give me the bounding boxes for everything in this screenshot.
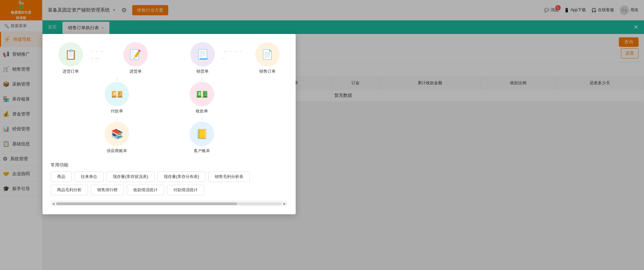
receipt-bill-label: 收款单	[196, 108, 208, 114]
down-arrow-receipt: ↓	[201, 76, 203, 82]
supplier-ledger-icon: 📚	[105, 122, 129, 146]
scroll-right-arrow[interactable]: ▶	[283, 202, 286, 205]
flow-customer-ledger[interactable]: 📒 客户账本	[181, 122, 222, 154]
purchase-order-label: 进货订单	[63, 69, 79, 74]
scroll-track[interactable]	[56, 202, 282, 205]
left-arrow-1: ←- - - -	[223, 48, 247, 62]
flow-payment-bill[interactable]: 💴 付款单	[97, 82, 137, 114]
flow-row-1: 📋 进货订单 - - - -→ 📝 进货单 📃 销货单	[51, 42, 288, 74]
flow-supplier-ledger[interactable]: 📚 供应商账本	[97, 122, 137, 154]
payment-bill-icon: 💴	[105, 82, 129, 106]
common-btn-往来单位[interactable]: 往来单位	[74, 172, 104, 182]
customer-ledger-label: 客户账本	[194, 148, 210, 154]
flow-row-2: ↓ 💴 付款单 ↓ 💵 收款单	[51, 76, 288, 114]
quick-nav-popup: 📋 进货订单 - - - -→ 📝 进货单 📃 销货单	[42, 34, 296, 214]
flow-receipt-col: ↓ 💵 收款单	[176, 76, 227, 114]
flow-payment-col: ↓ 💴 付款单	[91, 76, 142, 114]
receipt-bill-icon: 💵	[190, 82, 214, 106]
sales-bill-label: 销货单	[196, 69, 209, 74]
flow-customer-col: ↓ 📒 客户账本	[176, 115, 227, 154]
down-arrow-supplier: ↓	[116, 115, 118, 122]
down-arrow-customer: ↓	[201, 115, 203, 122]
popup-overlay[interactable]: 📋 进货订单 - - - -→ 📝 进货单 📃 销货单	[0, 0, 644, 270]
sales-bill-icon: 📃	[190, 42, 215, 67]
flow-sales-order[interactable]: 📄 销售订单	[247, 42, 288, 74]
common-title: 常用功能	[51, 162, 288, 168]
common-btn-销售毛利分析表[interactable]: 销售毛利分析表	[208, 172, 250, 182]
customer-ledger-icon: 📒	[190, 122, 214, 146]
common-buttons: 商品往来单位现存量(库存状况表)现存量(库存分布表)销售毛利分析表商品毛利分析销…	[51, 172, 288, 195]
scroll-left-arrow[interactable]: ◀	[52, 202, 55, 205]
common-btn-收款情况统计[interactable]: 收款情况统计	[127, 185, 164, 195]
flow-right: 📃 销货单 ←- - - - 📄 销售订单	[182, 42, 288, 74]
common-btn-现存量(库存分布表)[interactable]: 现存量(库存分布表)	[157, 172, 206, 182]
common-functions: 常用功能 商品往来单位现存量(库存状况表)现存量(库存分布表)销售毛利分析表商品…	[51, 162, 288, 195]
purchase-bill-icon: 📝	[123, 42, 148, 67]
common-btn-付款情况统计[interactable]: 付款情况统计	[167, 185, 204, 195]
flow-purchase-bill[interactable]: 📝 进货单	[116, 42, 156, 74]
flow-row-3: ↓ 📚 供应商账本 ↓ 📒 客户账本	[51, 115, 288, 154]
common-btn-商品[interactable]: 商品	[51, 172, 72, 182]
down-arrow-payment: ↓	[116, 76, 118, 82]
common-btn-现存量(库存状况表)[interactable]: 现存量(库存状况表)	[106, 172, 155, 182]
flow-sales-bill[interactable]: 📃 销货单	[182, 42, 223, 74]
purchase-order-icon: 📋	[58, 42, 83, 67]
common-btn-销售排行榜[interactable]: 销售排行榜	[91, 185, 124, 195]
purchase-bill-label: 进货单	[129, 69, 142, 74]
supplier-ledger-label: 供应商账本	[107, 148, 127, 154]
right-arrow-1: - - - -→	[91, 48, 115, 62]
sales-order-label: 销售订单	[259, 69, 276, 74]
flow-diagram: 📋 进货订单 - - - -→ 📝 进货单 📃 销货单	[51, 42, 288, 154]
sales-order-icon: 📄	[255, 42, 280, 67]
flow-receipt-bill[interactable]: 💵 收款单	[181, 82, 222, 114]
scroll-thumb	[56, 202, 237, 205]
flow-left: 📋 进货订单 - - - -→ 📝 进货单	[51, 42, 156, 74]
common-btn-商品毛利分析[interactable]: 商品毛利分析	[51, 185, 88, 195]
flow-purchase-order[interactable]: 📋 进货订单	[51, 42, 91, 74]
flow-supplier-col: ↓ 📚 供应商账本	[91, 115, 142, 154]
payment-bill-label: 付款单	[111, 108, 123, 114]
scroll-bar-area: ◀ ▶	[51, 201, 288, 206]
